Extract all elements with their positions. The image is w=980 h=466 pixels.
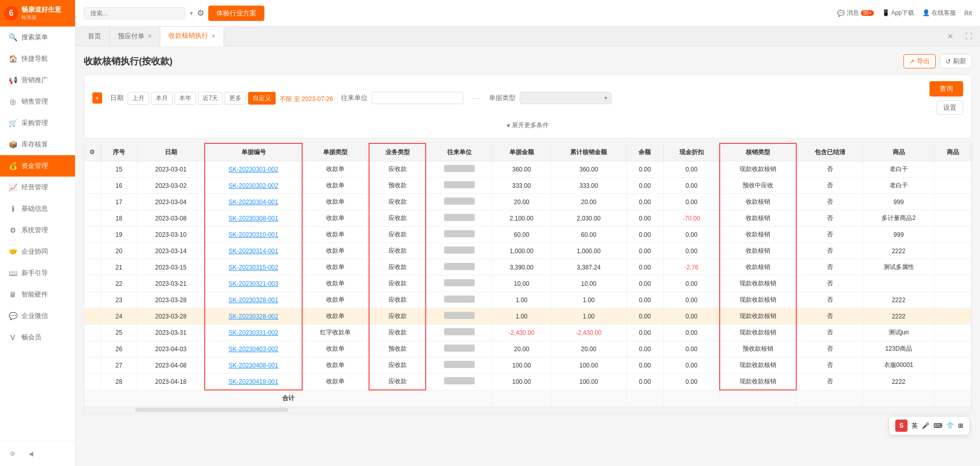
cell-accumulated: 333.00: [551, 178, 626, 194]
table-row: 23 2023-03-28 SK-20230328-001 收款单 应收款 1.…: [84, 292, 971, 308]
cell-doc-no[interactable]: SK-20230310-001: [205, 227, 302, 243]
cell-discount: 0.00: [663, 308, 720, 325]
tab-home[interactable]: 首页: [80, 27, 110, 45]
cell-doc-no[interactable]: SK-20230308-001: [205, 210, 302, 227]
table-row: 21 2023-03-15 SK-20230315-002 收款单 应收款 3,…: [84, 259, 971, 276]
sidebar-item-finance[interactable]: 💰 资金管理: [0, 155, 75, 177]
cell-doc-no[interactable]: SK-20230331-002: [205, 325, 302, 341]
cell-doc-no[interactable]: SK-20230403-002: [205, 341, 302, 357]
sidebar-item-quicknav-label: 快捷导航: [21, 54, 48, 63]
sidebar-settings-btn[interactable]: ⚙: [5, 447, 19, 461]
horizontal-scrollbar[interactable]: [84, 407, 971, 413]
cell-doc-no[interactable]: SK-20230302-002: [205, 178, 302, 194]
cell-doc-no[interactable]: SK-20230304-001: [205, 194, 302, 210]
online-service-btn[interactable]: 👤 在线客服: [922, 9, 956, 17]
app-edition: 标推版: [21, 14, 61, 21]
filter-expand-btn[interactable]: »: [92, 92, 102, 104]
date-btn-more[interactable]: 更多: [225, 92, 246, 105]
expand-more-btn[interactable]: ▾ 展开更多条件: [507, 119, 549, 132]
cell-date: 2023-03-04: [137, 194, 205, 210]
sidebar-item-hardware[interactable]: 🖥 智能硬件: [0, 284, 75, 305]
sidebar-item-purchase[interactable]: 🛒 采购管理: [0, 112, 75, 134]
expand-label: 展开更多条件: [512, 121, 549, 130]
cell-biz-type: 预收款: [369, 178, 426, 194]
messages-label: 消息: [847, 9, 859, 17]
tab-collection-close[interactable]: ✕: [211, 33, 215, 39]
tab-payable-close[interactable]: ✕: [148, 33, 152, 39]
sidebar-item-member[interactable]: V 畅会员: [0, 327, 75, 348]
date-btn-this-year[interactable]: 本年: [175, 92, 196, 105]
scroll-thumb[interactable]: [135, 408, 288, 412]
date-btn-last-month[interactable]: 上月: [128, 92, 149, 105]
sidebar-collapse-btn[interactable]: ◀: [23, 447, 38, 461]
filter-more-icon[interactable]: ···: [472, 94, 481, 102]
filter-settings-btn[interactable]: 设置: [937, 101, 963, 115]
cell-balance: 0.00: [627, 178, 664, 194]
ime-grid-icon[interactable]: ⊞: [958, 422, 963, 429]
user-profile-btn[interactable]: Rit: [964, 10, 972, 17]
ime-shirt-icon[interactable]: 👕: [946, 422, 954, 429]
tab-collection[interactable]: 收款核销执行 ✕: [160, 27, 224, 46]
query-button[interactable]: 查询: [929, 81, 963, 96]
ime-mic-icon[interactable]: 🎤: [922, 422, 929, 429]
export-button[interactable]: ↗ 导出: [903, 54, 936, 68]
cell-discount: -70.00: [663, 210, 720, 227]
app-download-btn[interactable]: 📱 App下载: [882, 9, 914, 17]
refresh-icon: ↺: [945, 58, 951, 65]
cell-accumulated: 1.00: [551, 292, 626, 308]
table-row: 22 2023-03-21 SK-20230321-003 收款单 应收款 10…: [84, 276, 971, 292]
date-btn-7days[interactable]: 近7天: [198, 92, 223, 105]
partner-input[interactable]: [372, 92, 463, 104]
messages-btn[interactable]: 💬 消息 99+: [837, 9, 874, 17]
cell-biz-type: 应收款: [369, 292, 426, 308]
sidebar-item-operations[interactable]: 📈 经营管理: [0, 177, 75, 198]
cell-doc-no[interactable]: SK-20230418-001: [205, 374, 302, 390]
cell-goods2: [935, 259, 971, 276]
cell-date: 2023-03-10: [137, 227, 205, 243]
doc-type-select[interactable]: [520, 92, 611, 104]
sidebar-item-guide[interactable]: 📖 新手引导: [0, 262, 75, 284]
topbar-gear-icon[interactable]: ⚙: [197, 8, 204, 18]
solution-button[interactable]: 体验行业方案: [208, 6, 264, 21]
tab-maximize-btn[interactable]: ⛶: [962, 29, 976, 43]
cell-doc-no[interactable]: SK-20230328-002: [205, 308, 302, 325]
cell-doc-no[interactable]: SK-20230321-003: [205, 276, 302, 292]
sidebar-item-marketing[interactable]: 📢 营销推广: [0, 69, 75, 91]
ime-keyboard-icon[interactable]: ⌨: [934, 422, 942, 429]
sidebar-item-hardware-label: 智能硬件: [21, 290, 48, 299]
cell-amount: 2,100.00: [493, 210, 551, 227]
cell-discount: 0.00: [663, 178, 720, 194]
cell-doc-no[interactable]: SK-20230408-001: [205, 357, 302, 374]
cell-goods: 2222: [863, 243, 935, 259]
topbar-search-input[interactable]: [84, 7, 186, 19]
cell-doc-type: 收款单: [302, 308, 369, 325]
sidebar-item-wechat[interactable]: 💬 企业微信: [0, 305, 75, 327]
sidebar-item-system-label: 系统管理: [21, 226, 48, 235]
sidebar-item-collab[interactable]: 🤝 企业协同: [0, 241, 75, 262]
cell-doc-no[interactable]: SK-20230328-001: [205, 292, 302, 308]
th-settings[interactable]: ⚙: [84, 143, 101, 161]
cell-biz-type: 应收款: [369, 259, 426, 276]
cell-settings: [84, 161, 101, 178]
tab-close-all-btn[interactable]: ✕: [943, 29, 958, 43]
sidebar-item-sales[interactable]: ◎ 销售管理: [0, 91, 75, 112]
ime-mode-label[interactable]: 英: [912, 422, 918, 430]
cell-doc-no[interactable]: SK-20230315-002: [205, 259, 302, 276]
cell-doc-no[interactable]: SK-20230314-001: [205, 243, 302, 259]
cell-goods2: [935, 308, 971, 325]
cell-date: 2023-03-14: [137, 243, 205, 259]
tab-payable[interactable]: 预应付单 ✕: [110, 27, 160, 45]
sidebar-item-inventory[interactable]: 📦 库存核算: [0, 134, 75, 155]
cell-no: 25: [101, 325, 137, 341]
topbar-dropdown-arrow[interactable]: ▾: [190, 10, 193, 17]
sidebar-item-basic[interactable]: ℹ 基础信息: [0, 198, 75, 219]
cell-date: 2023-04-08: [137, 357, 205, 374]
cell-doc-no[interactable]: SK-20230301-002: [205, 161, 302, 178]
refresh-button[interactable]: ↺ 刷新: [940, 54, 972, 68]
table-row: 19 2023-03-10 SK-20230310-001 收款单 应收款 60…: [84, 227, 971, 243]
sidebar-item-system[interactable]: ⚙ 系统管理: [0, 219, 75, 241]
date-btn-custom[interactable]: 自定义: [248, 92, 276, 105]
sidebar-item-quicknav[interactable]: 🏠 快捷导航: [0, 48, 75, 69]
sidebar-item-search[interactable]: 🔍 搜索菜单: [0, 27, 75, 48]
date-btn-this-month[interactable]: 本月: [151, 92, 173, 105]
